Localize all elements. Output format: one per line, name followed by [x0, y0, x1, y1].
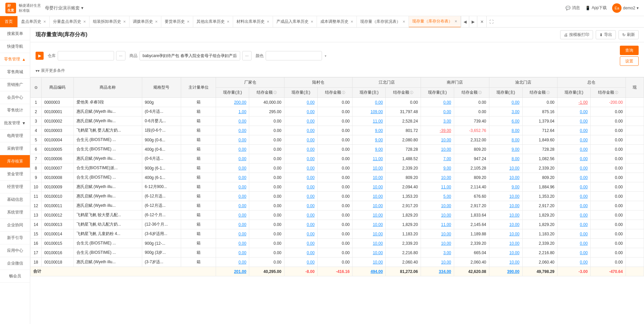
- cell-yb-qty[interactable]: 9.00: [489, 182, 522, 192]
- cell-fac-qty[interactable]: 0.00: [216, 173, 249, 182]
- cell-jb-qty[interactable]: 11.00: [353, 154, 386, 164]
- cell-fac-qty[interactable]: 0.00: [216, 229, 249, 239]
- cell-yb-qty[interactable]: 10.00: [489, 211, 522, 220]
- cell-na-qty[interactable]: 10.00: [421, 229, 454, 239]
- cell-lu-qty[interactable]: 0.00: [284, 98, 317, 107]
- cell-lu-qty[interactable]: 0.00: [284, 258, 317, 267]
- sidebar-item-member2[interactable]: 畅会员: [0, 270, 30, 283]
- expand-more-btn[interactable]: ▾▾ 展开更多条件: [36, 68, 639, 74]
- cell-fac-qty[interactable]: 0.00: [216, 211, 249, 220]
- lu-info-icon[interactable]: ⓘ: [342, 91, 345, 94]
- account-selector[interactable]: 母婴行业演示账套 ▾: [45, 5, 84, 11]
- setting-btn[interactable]: 设置: [620, 56, 639, 66]
- color-dropdown-icon[interactable]: ▾: [325, 54, 326, 58]
- tab-kucfen[interactable]: 现存量（库存分布表）✕: [409, 16, 461, 28]
- cell-fac-qty[interactable]: 0.00: [216, 248, 249, 258]
- footer-na-qty[interactable]: 334.00: [421, 267, 454, 276]
- tab-chuku[interactable]: 其他出库单历史 ✕: [193, 16, 233, 28]
- cell-jb-qty[interactable]: 0.00: [353, 98, 386, 107]
- cell-na-qty[interactable]: 11.00: [421, 182, 454, 192]
- table-container[interactable]: ⚙ 商品编码 商品名称 规格型号 主计量单位 厂家仓 陆村仓 江北门店 南岸门店…: [30, 77, 644, 324]
- tab-kuczhuang[interactable]: 现存量（库存状况表）✕: [357, 16, 409, 28]
- sidebar-item-wxwork[interactable]: 企业微信: [0, 257, 30, 270]
- fac-info-icon[interactable]: ⓘ: [273, 91, 277, 94]
- sidebar-item-apps[interactable]: 应用中心: [0, 244, 30, 257]
- cell-na-qty[interactable]: 10.00: [421, 201, 454, 211]
- tab-expand-btn[interactable]: ⛶: [486, 16, 496, 28]
- footer-jb-qty[interactable]: 494.00: [353, 267, 386, 276]
- cell-lu-qty[interactable]: 0.00: [284, 117, 317, 126]
- cell-fac-qty[interactable]: 1.00: [216, 107, 249, 117]
- cell-lu-qty[interactable]: 0.00: [284, 192, 317, 201]
- close-icon[interactable]: ✕: [402, 20, 405, 24]
- cell-total-qty[interactable]: 0.00: [557, 154, 591, 164]
- tab-chanpin[interactable]: 产成品入库单历史 ✕: [273, 16, 317, 28]
- total-info-icon[interactable]: ⓘ: [615, 91, 618, 94]
- close-icon[interactable]: ✕: [311, 20, 313, 24]
- close-icon[interactable]: ✕: [43, 20, 46, 24]
- cell-na-qty[interactable]: 10.00: [421, 258, 454, 267]
- sidebar-item-ecom[interactable]: 电商管理: [0, 130, 30, 142]
- print-btn[interactable]: 🖨 按模板打印: [560, 30, 593, 39]
- cell-yb-qty[interactable]: 8.00: [489, 135, 522, 145]
- cell-na-qty[interactable]: 0.00: [421, 98, 454, 107]
- export-btn[interactable]: ⬇ 导出: [596, 30, 616, 39]
- cell-yb-qty[interactable]: 10.00: [489, 239, 522, 248]
- cell-yb-qty[interactable]: 10.00: [489, 248, 522, 258]
- cell-na-qty[interactable]: 0.00: [421, 107, 454, 117]
- cell-jb-qty[interactable]: 10.00: [353, 201, 386, 211]
- tab-chengben[interactable]: 成本调整单历史 ✕: [317, 16, 357, 28]
- tab-close-all-btn[interactable]: ✕: [477, 16, 486, 28]
- cell-jb-qty[interactable]: 10.00: [353, 239, 386, 248]
- cell-lu-qty[interactable]: 0.00: [284, 107, 317, 117]
- yb-info-icon[interactable]: ⓘ: [546, 91, 550, 94]
- cell-jb-qty[interactable]: 9.00: [353, 126, 386, 135]
- cell-jb-qty[interactable]: 109.00: [353, 107, 386, 117]
- cell-jb-qty[interactable]: 10.00: [353, 164, 386, 173]
- cell-yb-qty[interactable]: 3.00: [489, 107, 522, 117]
- na-info-icon[interactable]: ⓘ: [478, 91, 482, 94]
- cell-lu-qty[interactable]: 0.00: [284, 126, 317, 135]
- cell-jb-qty[interactable]: 10.00: [353, 248, 386, 258]
- cell-fac-qty[interactable]: 0.00: [216, 164, 249, 173]
- cell-yb-qty[interactable]: 10.00: [489, 220, 522, 229]
- cell-total-qty[interactable]: 0.00: [557, 126, 591, 135]
- cell-fac-qty[interactable]: 0.00: [216, 117, 249, 126]
- cell-jb-qty[interactable]: 10.00: [353, 258, 386, 267]
- cell-na-qty[interactable]: 10.00: [421, 145, 454, 154]
- tab-fenpan[interactable]: 分量盘点单历史 ✕: [50, 16, 90, 28]
- expand-toggle-btn[interactable]: ▶: [36, 52, 44, 60]
- cell-lu-qty[interactable]: 0.00: [284, 182, 317, 192]
- cell-lu-qty[interactable]: 0.00: [284, 229, 317, 239]
- cell-lu-qty[interactable]: 0.00: [284, 145, 317, 154]
- goods-input[interactable]: [140, 51, 240, 60]
- goods-dots-btn[interactable]: ···: [242, 51, 252, 60]
- cell-yb-qty[interactable]: 6.00: [489, 117, 522, 126]
- jb-info-icon[interactable]: ⓘ: [410, 91, 413, 94]
- cell-total-qty[interactable]: 0.00: [557, 145, 591, 154]
- sidebar-item-member[interactable]: 会员中心: [0, 91, 30, 104]
- cell-fac-qty[interactable]: 0.00: [216, 126, 249, 135]
- close-icon[interactable]: ✕: [187, 20, 190, 24]
- sidebar-item-retailstats[interactable]: 零售统计: [0, 104, 30, 117]
- color-input[interactable]: [266, 51, 322, 60]
- close-icon[interactable]: ✕: [454, 19, 457, 23]
- app-download-btn[interactable]: 📱 App下载: [585, 5, 607, 11]
- warehouse-input[interactable]: [58, 51, 114, 60]
- cell-yb-qty[interactable]: 8.00: [489, 126, 522, 135]
- cell-jb-qty[interactable]: 10.00: [353, 182, 386, 192]
- cell-na-qty[interactable]: 3.00: [421, 248, 454, 258]
- cell-na-qty[interactable]: 5.00: [421, 192, 454, 201]
- cell-jb-qty[interactable]: 10.00: [353, 229, 386, 239]
- cell-fac-qty[interactable]: 0.00: [216, 154, 249, 164]
- close-icon[interactable]: ✕: [83, 20, 86, 24]
- cell-fac-qty[interactable]: 0.00: [216, 145, 249, 154]
- cell-lu-qty[interactable]: 0.00: [284, 173, 317, 182]
- sidebar-item-purchase[interactable]: 采购管理: [0, 142, 30, 155]
- tab-material[interactable]: 材料出库单历史 ✕: [233, 16, 273, 28]
- cell-yb-qty[interactable]: 10.00: [489, 192, 522, 201]
- warehouse-dots-btn[interactable]: ···: [116, 51, 125, 60]
- cell-jb-qty[interactable]: 10.00: [353, 211, 386, 220]
- cell-lu-qty[interactable]: 0.00: [284, 239, 317, 248]
- cell-fac-qty[interactable]: 0.00: [216, 220, 249, 229]
